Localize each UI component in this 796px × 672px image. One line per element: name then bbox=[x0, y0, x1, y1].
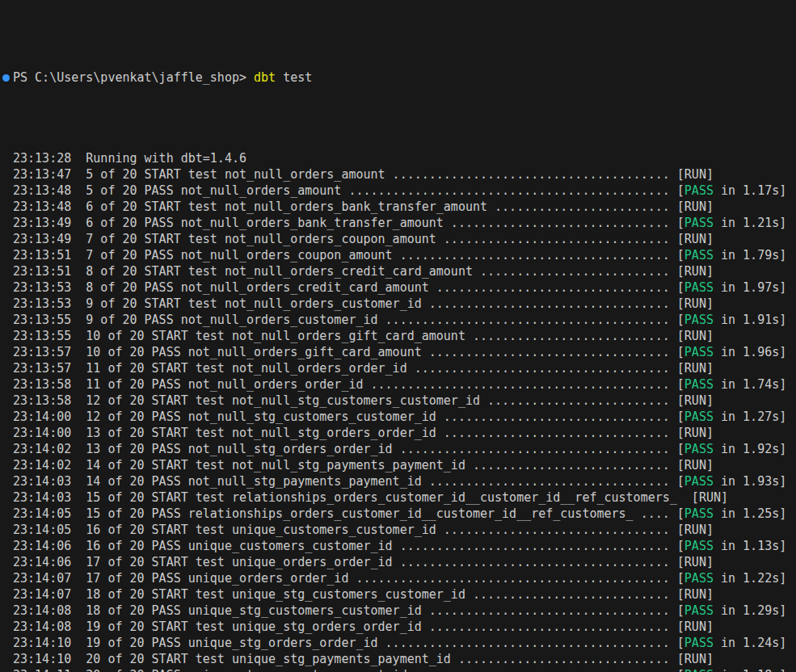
timestamp: 23:14:06 bbox=[13, 555, 86, 569]
timestamp: 23:13:49 bbox=[13, 216, 86, 230]
terminal-line: 23:14:10 20 of 20 START test unique_stg_… bbox=[13, 651, 796, 667]
log-text: Running with dbt=1.4.6 bbox=[86, 151, 246, 166]
test-duration: ] bbox=[706, 426, 714, 440]
test-duration: in 1.29s] bbox=[714, 603, 786, 618]
test-duration: in 1.97s] bbox=[714, 280, 786, 295]
test-duration: in 1.92s] bbox=[714, 442, 786, 456]
status-badge: PASS bbox=[684, 248, 714, 262]
terminal-line: 23:13:57 11 of 20 START test not_null_or… bbox=[13, 360, 796, 376]
terminal-line: 23:14:03 15 of 20 START test relationshi… bbox=[13, 489, 796, 506]
terminal-line: 23:14:07 17 of 20 PASS unique_orders_ord… bbox=[13, 570, 796, 586]
test-line-text: 15 of 20 PASS relationships_orders_custo… bbox=[86, 506, 684, 521]
test-duration: ] bbox=[721, 490, 728, 505]
timestamp: 23:14:10 bbox=[13, 636, 86, 650]
terminal-line: 23:13:49 7 of 20 START test not_null_ord… bbox=[13, 231, 796, 247]
status-badge: RUN bbox=[684, 361, 706, 376]
terminal-output: 23:13:28 Running with dbt=1.4.623:13:47 … bbox=[13, 150, 796, 672]
timestamp: 23:13:28 bbox=[13, 151, 86, 166]
test-duration: ] bbox=[706, 652, 714, 666]
status-badge: PASS bbox=[684, 636, 714, 650]
status-badge: RUN bbox=[684, 555, 706, 569]
prompt-line: PS C:\Users\pvenkat\jaffle_shop> dbt tes… bbox=[13, 69, 796, 86]
status-badge: PASS bbox=[684, 539, 714, 553]
timestamp: 23:14:00 bbox=[13, 426, 86, 440]
test-line-text: 9 of 20 PASS not_null_orders_customer_id… bbox=[86, 313, 684, 327]
status-badge: RUN bbox=[684, 426, 706, 440]
test-duration: ] bbox=[706, 587, 714, 602]
test-duration: ] bbox=[706, 393, 714, 408]
status-badge: RUN bbox=[684, 264, 706, 279]
timestamp: 23:14:05 bbox=[13, 523, 86, 537]
terminal[interactable]: PS C:\Users\pvenkat\jaffle_shop> dbt tes… bbox=[0, 0, 796, 672]
timestamp: 23:13:58 bbox=[13, 377, 86, 392]
prompt-path: PS C:\Users\pvenkat\jaffle_shop> bbox=[13, 70, 246, 85]
timestamp: 23:13:48 bbox=[13, 200, 86, 214]
test-line-text: 17 of 20 PASS unique_orders_order_id ...… bbox=[86, 571, 684, 586]
status-badge: PASS bbox=[684, 668, 714, 672]
test-duration: ] bbox=[706, 620, 714, 634]
terminal-line: 23:14:11 20 of 20 PASS unique_stg_paymen… bbox=[13, 667, 796, 672]
test-line-text: 5 of 20 START test not_null_orders_amoun… bbox=[86, 167, 684, 182]
test-line-text: 10 of 20 START test not_null_orders_gift… bbox=[86, 329, 684, 343]
terminal-line: 23:13:53 9 of 20 START test not_null_ord… bbox=[13, 296, 796, 312]
test-duration: in 1.21s] bbox=[714, 216, 786, 230]
terminal-line: 23:14:00 13 of 20 START test not_null_st… bbox=[13, 425, 796, 441]
test-line-text: 7 of 20 PASS not_null_orders_coupon_amou… bbox=[86, 248, 684, 262]
test-line-text: 6 of 20 PASS not_null_orders_bank_transf… bbox=[86, 216, 684, 230]
test-line-text: 20 of 20 START test unique_stg_payments_… bbox=[86, 652, 684, 666]
test-line-text: 9 of 20 START test not_null_orders_custo… bbox=[86, 296, 684, 311]
test-line-text: 13 of 20 START test not_null_stg_orders_… bbox=[86, 426, 684, 440]
status-badge: PASS bbox=[684, 410, 714, 424]
terminal-line: 23:14:06 16 of 20 PASS unique_customers_… bbox=[13, 538, 796, 554]
timestamp: 23:13:58 bbox=[13, 393, 86, 408]
timestamp: 23:13:49 bbox=[13, 232, 86, 246]
status-badge: RUN bbox=[684, 393, 706, 408]
test-line-text: 8 of 20 START test not_null_orders_credi… bbox=[86, 264, 684, 279]
timestamp: 23:14:05 bbox=[13, 506, 86, 521]
status-badge: RUN bbox=[684, 296, 706, 311]
timestamp: 23:14:02 bbox=[13, 442, 86, 456]
test-line-text: 11 of 20 PASS not_null_orders_order_id .… bbox=[86, 377, 684, 392]
status-badge: PASS bbox=[684, 442, 714, 456]
test-line-text: 19 of 20 START test unique_stg_orders_or… bbox=[86, 620, 684, 634]
terminal-line: 23:14:08 18 of 20 PASS unique_stg_custom… bbox=[13, 603, 796, 619]
terminal-line: 23:13:57 10 of 20 PASS not_null_orders_g… bbox=[13, 344, 796, 360]
test-line-text: 12 of 20 PASS not_null_stg_customers_cus… bbox=[86, 410, 684, 424]
timestamp: 23:13:55 bbox=[13, 313, 86, 327]
test-line-text: 14 of 20 PASS not_null_stg_payments_paym… bbox=[86, 474, 684, 489]
timestamp: 23:13:47 bbox=[13, 167, 86, 182]
status-badge: RUN bbox=[684, 620, 706, 634]
test-duration: ] bbox=[706, 264, 714, 279]
terminal-line: 23:13:49 6 of 20 PASS not_null_orders_ba… bbox=[13, 215, 796, 231]
test-duration: in 1.22s] bbox=[714, 571, 786, 586]
status-badge: RUN bbox=[684, 587, 706, 602]
test-line-text: 13 of 20 PASS not_null_stg_orders_order_… bbox=[86, 442, 684, 456]
command-success-decoration-icon bbox=[2, 74, 10, 82]
test-duration: ] bbox=[706, 329, 714, 343]
status-badge: RUN bbox=[699, 490, 721, 505]
test-line-text: 17 of 20 START test unique_orders_order_… bbox=[86, 555, 684, 569]
status-badge: RUN bbox=[684, 167, 706, 182]
terminal-line: 23:14:02 14 of 20 START test not_null_st… bbox=[13, 457, 796, 473]
terminal-line: 23:13:55 10 of 20 START test not_null_or… bbox=[13, 328, 796, 344]
timestamp: 23:14:08 bbox=[13, 620, 86, 634]
timestamp: 23:14:00 bbox=[13, 410, 86, 424]
test-line-text: 20 of 20 PASS unique_stg_payments_paymen… bbox=[86, 668, 684, 672]
terminal-line: 23:14:02 13 of 20 PASS not_null_stg_orde… bbox=[13, 441, 796, 457]
test-line-text: 16 of 20 PASS unique_customers_customer_… bbox=[86, 539, 684, 553]
timestamp: 23:14:02 bbox=[13, 458, 86, 472]
timestamp: 23:13:51 bbox=[13, 248, 86, 262]
status-badge: RUN bbox=[684, 458, 706, 472]
terminal-line: 23:14:06 17 of 20 START test unique_orde… bbox=[13, 554, 796, 570]
timestamp: 23:14:07 bbox=[13, 571, 86, 586]
terminal-line: 23:14:08 19 of 20 START test unique_stg_… bbox=[13, 619, 796, 635]
timestamp: 23:14:07 bbox=[13, 587, 86, 602]
terminal-line: 23:13:47 5 of 20 START test not_null_ord… bbox=[13, 166, 796, 183]
test-duration: in 1.91s] bbox=[714, 313, 786, 327]
timestamp: 23:13:48 bbox=[13, 183, 86, 198]
timestamp: 23:14:11 bbox=[13, 668, 86, 672]
test-line-text: 6 of 20 START test not_null_orders_bank_… bbox=[86, 200, 684, 214]
status-badge: RUN bbox=[684, 232, 706, 246]
test-line-text: 14 of 20 START test not_null_stg_payment… bbox=[86, 458, 684, 472]
timestamp: 23:13:51 bbox=[13, 264, 86, 279]
